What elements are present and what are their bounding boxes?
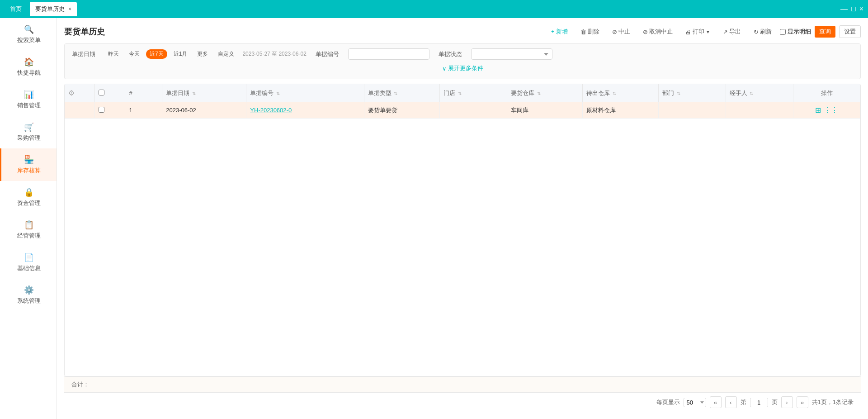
sidebar-item-search-menu[interactable]: 🔍 搜索菜单: [0, 18, 57, 51]
expand-filter-button[interactable]: ∨ 展开更多条件: [439, 62, 487, 74]
date-range-text: 2023-05-27 至 2023-06-02: [242, 50, 306, 58]
shortcut-last7days[interactable]: 近7天: [146, 49, 167, 59]
col-doc-number-header: 单据编号 ⇅: [246, 84, 364, 102]
row-more-icon[interactable]: ⋮⋮: [824, 106, 838, 114]
col-dept-label: 部门: [662, 90, 674, 96]
sidebar-item-sys-mgmt-label: 系统管理: [17, 297, 41, 305]
show-detail-label: 显示明细: [788, 28, 811, 36]
doc-status-select[interactable]: [471, 48, 552, 60]
expand-icon[interactable]: □: [851, 5, 856, 13]
export-icon: ↗: [723, 29, 728, 35]
sort-dept-icon[interactable]: ⇅: [677, 91, 680, 96]
sidebar-item-sales-mgmt[interactable]: 📊 销售管理: [0, 83, 57, 116]
print-icon: 🖨: [685, 29, 691, 35]
shortcut-yesterday[interactable]: 昨天: [104, 49, 123, 59]
tab-home-label: 首页: [10, 5, 22, 13]
sort-pending-warehouse-icon[interactable]: ⇅: [613, 91, 616, 96]
content-area: 要货单历史 + 新增 🗑 删除 ⊘ 中止 ⊘ 取消中止 🖨 打印: [57, 18, 868, 419]
sidebar-item-sales-mgmt-label: 销售管理: [17, 101, 41, 110]
main-layout: 🔍 搜索菜单 🏠 快捷导航 📊 销售管理 🛒 采购管理 🏪 库存核算 🔒 资金管…: [0, 18, 868, 419]
sidebar-item-ops-mgmt[interactable]: 📋 经营管理: [0, 214, 57, 246]
tab-close-icon[interactable]: ×: [68, 6, 71, 12]
query-button[interactable]: 查询: [815, 26, 835, 38]
sidebar-item-inventory-label: 库存核算: [17, 167, 41, 175]
col-doc-date-label: 单据日期: [166, 90, 189, 96]
shortcut-custom[interactable]: 自定义: [214, 49, 238, 59]
sidebar-item-purchase-mgmt[interactable]: 🛒 采购管理: [0, 116, 57, 148]
row-settings-cell: [65, 102, 95, 119]
new-button[interactable]: + 新增: [547, 26, 572, 38]
sidebar-item-finance-mgmt[interactable]: 🔒 资金管理: [0, 181, 57, 214]
col-pending-warehouse-label: 待出仓库: [586, 90, 610, 96]
sidebar-item-sys-mgmt[interactable]: ⚙️ 系统管理: [0, 279, 57, 311]
sidebar-item-inventory[interactable]: 🏪 库存核算: [0, 148, 57, 181]
sidebar-item-quick-nav[interactable]: 🏠 快捷导航: [0, 51, 57, 83]
col-doc-type-header: 单据类型 ⇅: [364, 84, 439, 102]
sort-doc-date-icon[interactable]: ⇅: [192, 91, 196, 96]
row-num: 1: [125, 102, 162, 119]
row-operations: ⊞ ⋮⋮: [793, 102, 860, 119]
row-pending-warehouse: 原材料仓库: [583, 102, 658, 119]
per-page-label: 每页显示: [656, 398, 680, 406]
sidebar-item-search-menu-label: 搜索菜单: [17, 36, 41, 44]
export-button[interactable]: ↗ 导出: [718, 26, 745, 38]
sort-doc-type-icon[interactable]: ⇅: [394, 91, 397, 96]
first-page-button[interactable]: «: [710, 396, 722, 408]
sidebar-item-finance-mgmt-label: 资金管理: [17, 199, 41, 207]
tab-requisition-history[interactable]: 要货单历史 ×: [30, 2, 77, 16]
sidebar-item-purchase-mgmt-label: 采购管理: [17, 134, 41, 142]
col-settings: ⚙: [65, 84, 95, 102]
delete-button[interactable]: 🗑 删除: [576, 26, 604, 38]
shortcut-last1month[interactable]: 近1月: [170, 49, 191, 59]
shortcut-more[interactable]: 更多: [193, 49, 212, 59]
refresh-button[interactable]: ↻ 刷新: [749, 26, 776, 38]
col-num-header: #: [125, 84, 162, 102]
sort-handler-icon[interactable]: ⇅: [750, 91, 753, 96]
sort-doc-number-icon[interactable]: ⇅: [276, 91, 280, 96]
row-checkbox[interactable]: [99, 107, 104, 113]
row-doc-type: 要货单要货: [364, 102, 439, 119]
tab-home[interactable]: 首页: [5, 2, 27, 16]
table-footer: 合计：: [64, 376, 861, 392]
settings-button[interactable]: 设置: [839, 25, 861, 38]
doc-number-input[interactable]: [348, 48, 429, 60]
pagination: 每页显示 50 20 100 « ‹ 第 页 › » 共1页，1条记录: [64, 392, 861, 412]
cancel-stop-button[interactable]: ⊘ 取消中止: [638, 26, 677, 38]
minimize-icon[interactable]: —: [840, 5, 848, 13]
per-page-select[interactable]: 50 20 100: [684, 398, 706, 407]
show-detail-checkbox[interactable]: [780, 29, 786, 35]
sidebar-item-basic-info[interactable]: 📄 基础信息: [0, 246, 57, 279]
page-title: 要货单历史: [64, 26, 105, 37]
table-settings-icon[interactable]: ⚙: [68, 89, 75, 97]
toolbar: + 新增 🗑 删除 ⊘ 中止 ⊘ 取消中止 🖨 打印 ▼: [547, 25, 861, 38]
doc-status-select-wrapper: [471, 48, 552, 60]
page-number-input[interactable]: [750, 398, 768, 407]
stop-button[interactable]: ⊘ 中止: [608, 26, 635, 38]
doc-number-link[interactable]: YH-20230602-0: [250, 107, 292, 114]
table-header-row: ⚙ # 单据日期 ⇅ 单据编号 ⇅: [65, 84, 860, 102]
table-row: 1 2023-06-02 YH-20230602-0 要货单要货 车间库 原材料…: [65, 102, 860, 119]
sys-mgmt-icon: ⚙️: [24, 285, 34, 295]
table-container: ⚙ # 单据日期 ⇅ 单据编号 ⇅: [64, 84, 861, 376]
print-button[interactable]: 🖨 打印 ▼: [681, 26, 715, 38]
shortcut-today[interactable]: 今天: [125, 49, 143, 59]
finance-mgmt-icon: 🔒: [24, 187, 34, 197]
sort-req-warehouse-icon[interactable]: ⇅: [537, 91, 541, 96]
requisition-table: ⚙ # 单据日期 ⇅ 单据编号 ⇅: [65, 84, 860, 119]
filter-bar: 单据日期 昨天 今天 近7天 近1月 更多 自定义 2023-05-27 至 2…: [64, 43, 861, 79]
row-doc-date: 2023-06-02: [162, 102, 246, 119]
pagination-total-info: 共1页，1条记录: [812, 398, 854, 406]
row-handler: [726, 102, 793, 119]
last-page-button[interactable]: »: [797, 396, 808, 408]
col-req-warehouse-header: 要货仓库 ⇅: [507, 84, 583, 102]
row-store: [440, 102, 507, 119]
col-req-warehouse-label: 要货仓库: [511, 90, 534, 96]
select-all-checkbox[interactable]: [99, 90, 104, 95]
show-detail-toggle[interactable]: 显示明细: [780, 28, 811, 36]
next-page-button[interactable]: ›: [781, 396, 793, 408]
sort-store-icon[interactable]: ⇅: [458, 91, 462, 96]
prev-page-button[interactable]: ‹: [725, 396, 737, 408]
row-view-icon[interactable]: ⊞: [815, 106, 821, 114]
table-body: 1 2023-06-02 YH-20230602-0 要货单要货 车间库 原材料…: [65, 102, 860, 119]
close-window-icon[interactable]: ×: [859, 5, 863, 13]
